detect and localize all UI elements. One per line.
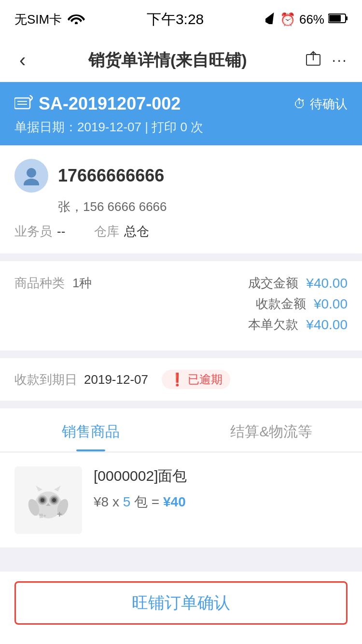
location-icon [265,12,276,28]
summary-left: 商品种类 1种 [14,275,92,294]
tab-settlement-label: 结算&物流等 [230,423,312,439]
sales-rep-label: 业务员 [14,223,52,240]
product-total: ¥40 [163,494,186,509]
tabs-row: 销售商品 结算&物流等 [0,408,362,452]
tabs-section: 销售商品 结算&物流等 [0,408,362,452]
order-icon [14,94,33,114]
overdue-badge: ❗ 已逾期 [162,370,230,389]
tab-sales-products[interactable]: 销售商品 [0,408,181,451]
received-amount-label: 收款金额 [256,295,306,312]
transaction-amount-row: 成交金额 ¥40.00 [248,275,348,292]
warehouse-item: 仓库 总仓 [94,223,149,240]
sales-rep-value: -- [57,224,65,239]
nav-bar: ‹ 销货单详情(来自旺铺) ··· [0,39,362,82]
status-left: 无SIM卡 [14,11,85,28]
status-text: 待确认 [310,96,348,112]
svg-text:管+: 管+ [39,513,46,518]
order-date: 单据日期：2019-12-07 | 打印 0 次 [14,119,348,136]
svg-rect-4 [329,15,341,22]
customer-section: 17666666666 张，156 6666 6666 业务员 -- 仓库 总仓 [0,145,362,253]
status-right: ⏰ 66% [265,12,348,28]
debt-amount-row: 本单欠款 ¥40.00 [248,316,348,333]
product-unit: 包 [134,494,148,509]
status-clock-icon: ⏱ [293,97,306,112]
customer-avatar [14,159,48,193]
warehouse-value: 总仓 [124,223,149,240]
bottom-button-area: 旺铺订单确认 [0,572,362,644]
due-date-value: 2019-12-07 [84,372,148,387]
received-amount-row: 收款金额 ¥0.00 [248,295,348,312]
transaction-amount-label: 成交金额 [248,275,298,292]
summary-section: 商品种类 1种 成交金额 ¥40.00 收款金额 ¥0.00 本单欠款 ¥40.… [0,261,362,350]
page-title: 销货单详情(来自旺铺) [30,49,305,71]
product-price: ¥8 x 5 包 = ¥40 [94,493,348,511]
svg-text:+: + [57,509,62,519]
debt-amount-value: ¥40.00 [306,317,348,333]
svg-rect-3 [346,16,348,20]
product-thumb-inner: + 管+ [14,466,82,534]
due-date-label: 收款到期日 [14,371,77,388]
product-name: [0000002]面包 [94,466,348,486]
confirm-order-button[interactable]: 旺铺订单确认 [14,581,348,625]
battery-icon [328,12,348,27]
customer-name: 张，156 6666 6666 [14,198,348,215]
warehouse-label: 仓库 [94,223,119,240]
received-amount-value: ¥0.00 [314,296,348,312]
summary-right: 成交金额 ¥40.00 收款金额 ¥0.00 本单欠款 ¥40.00 [248,275,348,337]
tab-settlement[interactable]: 结算&物流等 [181,408,362,451]
svg-rect-7 [14,98,30,109]
more-button[interactable]: ··· [332,51,348,69]
svg-point-0 [75,22,78,24]
svg-marker-20 [36,486,42,491]
product-types-label: 商品种类 [14,275,65,292]
overdue-icon: ❗ [169,372,185,387]
carrier-label: 无SIM卡 [14,11,62,28]
back-button[interactable]: ‹ [14,44,30,76]
order-id: SA-20191207-002 [14,94,181,114]
order-header: SA-20191207-002 ⏱ 待确认 单据日期：2019-12-07 | … [0,82,362,145]
product-section: + 管+ [0000002]面包 ¥8 x 5 包 = ¥40 [0,453,362,547]
svg-point-17 [41,498,44,502]
product-thumbnail: + 管+ [14,466,82,534]
svg-marker-21 [54,486,61,491]
customer-phone: 17666666666 [58,166,164,186]
product-types-row: 商品种类 1种 [14,275,92,292]
order-status: ⏱ 待确认 [293,96,348,112]
customer-row: 17666666666 [14,159,348,193]
debt-amount-label: 本单欠款 [248,316,298,333]
svg-point-18 [52,498,56,502]
svg-point-10 [27,168,36,178]
battery-level: 66% [299,12,324,27]
sales-rep-item: 业务员 -- [14,223,65,240]
time-display: 下午3:28 [147,10,204,29]
product-quantity: 5 [123,494,131,509]
svg-point-11 [24,179,39,185]
confirm-order-label: 旺铺订单确认 [132,592,230,614]
svg-marker-1 [265,12,276,24]
overdue-text: 已逾期 [188,372,223,387]
equals-sign: = [152,494,163,509]
wifi-icon [68,12,85,28]
order-id-row: SA-20191207-002 ⏱ 待确认 [14,94,348,114]
unit-price: ¥8 [94,494,109,509]
product-types-value: 1种 [72,275,92,292]
status-bar: 无SIM卡 下午3:28 ⏰ 66% [0,0,362,39]
product-info: [0000002]面包 ¥8 x 5 包 = ¥40 [94,466,348,511]
order-id-text: SA-20191207-002 [39,94,181,114]
tab-sales-products-label: 销售商品 [62,423,120,439]
alarm-icon: ⏰ [280,12,295,27]
price-multiply: x [112,494,123,509]
nav-actions: ··· [305,50,348,71]
share-button[interactable] [305,50,322,71]
customer-meta: 业务员 -- 仓库 总仓 [14,223,348,240]
due-date-section: 收款到期日 2019-12-07 ❗ 已逾期 [0,358,362,401]
transaction-amount-value: ¥40.00 [306,276,348,291]
